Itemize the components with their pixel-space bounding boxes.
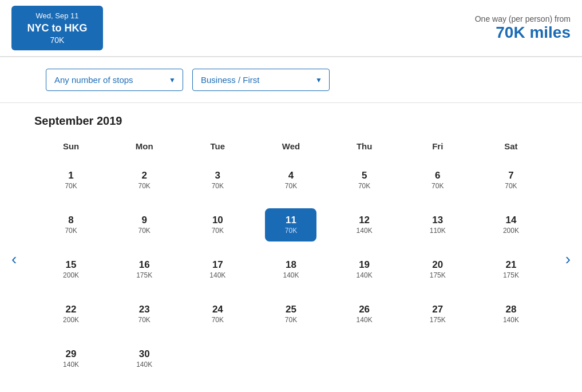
cabin-filter[interactable]: Business / First ▼ (192, 69, 330, 91)
day[interactable]: 18140K (265, 253, 316, 286)
day-price: 140K (63, 361, 79, 370)
day[interactable]: 2370K (118, 298, 170, 331)
calendar-day-cell[interactable]: 970K (108, 203, 181, 247)
calendar-day-cell[interactable]: 870K (34, 203, 108, 247)
calendar-body: 170K270K370K470K570K670K770K870K970K1070… (34, 158, 548, 381)
calendar-day-cell[interactable]: 30140K (108, 336, 181, 381)
day[interactable]: 470K (265, 164, 316, 197)
day-number: 24 (212, 303, 223, 316)
next-month-button[interactable]: › (560, 250, 576, 268)
calendar-day-cell[interactable]: 27175K (401, 292, 474, 336)
calendar-day-cell[interactable]: 19140K (328, 247, 401, 292)
day-number: 15 (66, 259, 77, 271)
calendar-day-cell[interactable]: 370K (181, 158, 254, 203)
stops-filter[interactable]: Any number of stops ▼ (46, 69, 183, 91)
day[interactable]: 20175K (412, 253, 464, 286)
calendar-day-cell (474, 336, 548, 381)
flight-route: NYC to HKG (23, 22, 92, 34)
day-number: 23 (139, 303, 150, 316)
day[interactable]: 26140K (339, 298, 390, 331)
calendar-day-cell[interactable]: 15200K (34, 247, 108, 292)
calendar-day-cell[interactable]: 14200K (474, 203, 548, 247)
day[interactable]: 12140K (339, 208, 390, 241)
calendar-day-cell[interactable]: 2570K (254, 292, 327, 336)
calendar-day-cell[interactable]: 2370K (108, 292, 181, 336)
day[interactable]: 21175K (485, 253, 537, 286)
day-number: 4 (288, 169, 294, 182)
calendar-day-cell[interactable]: 17140K (181, 247, 254, 292)
price-amount: 70K miles (475, 23, 571, 42)
cabin-filter-arrow: ▼ (315, 76, 322, 84)
day[interactable]: 28140K (485, 298, 537, 331)
day-price: 200K (63, 271, 79, 280)
day-number: 16 (139, 259, 150, 271)
day-number: 5 (362, 169, 367, 182)
day-price: 175K (136, 271, 152, 280)
calendar-week-row: 870K970K1070K1170K12140K13110K14200K (34, 203, 548, 247)
day[interactable]: 970K (118, 208, 170, 241)
day[interactable]: 2470K (192, 298, 243, 331)
day[interactable]: 14200K (485, 208, 537, 241)
calendar-day-cell[interactable]: 20175K (401, 247, 474, 292)
day[interactable]: 870K (45, 208, 97, 241)
calendar-day-cell[interactable]: 16175K (108, 247, 181, 292)
day[interactable]: 770K (485, 164, 537, 197)
day[interactable]: 17140K (192, 253, 243, 286)
day-number: 19 (359, 259, 370, 271)
day[interactable]: 270K (118, 164, 170, 197)
calendar-day-cell[interactable]: 2470K (181, 292, 254, 336)
day-of-week-header: Tue (181, 137, 254, 158)
day-number: 25 (286, 303, 296, 316)
flight-card[interactable]: Wed, Sep 11 NYC to HKG 70K (11, 6, 103, 50)
calendar-day-cell[interactable]: 21175K (474, 247, 548, 292)
day-price: 140K (209, 271, 225, 280)
calendar-day-cell[interactable]: 28140K (474, 292, 548, 336)
calendar-day-cell[interactable]: 22200K (34, 292, 108, 336)
calendar-day-cell[interactable]: 13110K (401, 203, 474, 247)
calendar-day-cell[interactable]: 1170K (254, 203, 327, 247)
day[interactable]: 16175K (118, 253, 170, 286)
day[interactable]: 13110K (412, 208, 464, 241)
day-of-week-header: Sun (34, 137, 108, 158)
day[interactable]: 370K (192, 164, 243, 197)
day[interactable]: 19140K (339, 253, 390, 286)
day[interactable]: 22200K (45, 298, 97, 331)
day-number: 27 (432, 303, 443, 316)
calendar-day-cell[interactable]: 670K (401, 158, 474, 203)
day[interactable]: 670K (412, 164, 464, 197)
calendar-day-cell[interactable]: 570K (328, 158, 401, 203)
day[interactable]: 570K (339, 164, 390, 197)
calendar-day-cell[interactable]: 170K (34, 158, 108, 203)
day-number: 30 (139, 348, 150, 361)
day-number: 17 (212, 259, 223, 271)
calendar-week-row: 22200K2370K2470K2570K26140K27175K28140K (34, 292, 548, 336)
calendar-day-cell[interactable]: 770K (474, 158, 548, 203)
day-number: 22 (66, 303, 77, 316)
day[interactable]: 29140K (45, 342, 97, 375)
day-price: 200K (503, 227, 519, 236)
day[interactable]: 27175K (412, 298, 464, 331)
calendar-day-cell[interactable]: 29140K (34, 336, 108, 381)
selected-day[interactable]: 1170K (265, 208, 316, 241)
calendar-section: September 2019 ‹ SunMonTueWedThuFriSat 1… (0, 103, 582, 392)
calendar-day-cell[interactable]: 12140K (328, 203, 401, 247)
calendar-day-cell[interactable]: 270K (108, 158, 181, 203)
day-price: 140K (503, 316, 519, 325)
day-price: 200K (63, 316, 79, 325)
calendar-day-cell[interactable]: 470K (254, 158, 327, 203)
cabin-filter-label: Business / First (201, 75, 260, 85)
day[interactable]: 2570K (265, 298, 316, 331)
prev-month-button[interactable]: ‹ (6, 250, 22, 268)
day[interactable]: 30140K (118, 342, 170, 375)
day[interactable]: 170K (45, 164, 97, 197)
calendar-day-cell[interactable]: 18140K (254, 247, 327, 292)
day[interactable]: 1070K (192, 208, 243, 241)
day[interactable]: 15200K (45, 253, 97, 286)
calendar-day-cell[interactable]: 1070K (181, 203, 254, 247)
calendar-day-cell[interactable]: 26140K (328, 292, 401, 336)
calendar-week-row: 15200K16175K17140K18140K19140K20175K2117… (34, 247, 548, 292)
day-price: 70K (285, 316, 297, 325)
day-of-week-header: Fri (401, 137, 474, 158)
days-of-week-row: SunMonTueWedThuFriSat (34, 137, 548, 158)
day-of-week-header: Wed (254, 137, 327, 158)
